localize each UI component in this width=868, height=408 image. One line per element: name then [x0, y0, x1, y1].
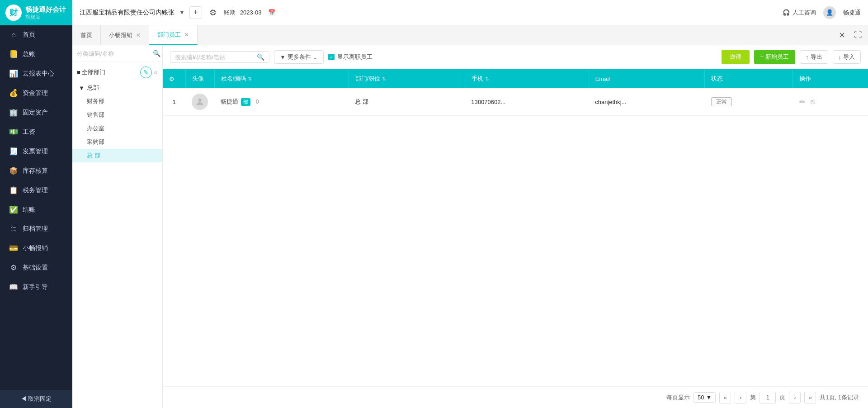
cancel-fixed-button[interactable]: ◀ 取消固定 [0, 390, 72, 408]
tab-home-label: 首页 [80, 31, 92, 39]
toolbar-right: 邀请 + 新增员工 ↑ 导出 ↓ 导入 [722, 50, 861, 64]
employee-email: chanjethkj... [595, 99, 626, 105]
dept-node-finance[interactable]: 财务部 [72, 95, 162, 108]
sidebar-item-inventory[interactable]: 📦 库存核算 [0, 161, 72, 180]
sidebar-item-guide[interactable]: 📖 新手引导 [0, 277, 72, 297]
invite-button[interactable]: 邀请 [722, 50, 750, 64]
tab-maximize-button[interactable]: ⛶ [852, 29, 864, 42]
app-name: 畅捷通好会计 [25, 5, 66, 14]
tab-bar-actions: ✕ ⛶ [835, 25, 868, 45]
right-panel: 🔍 ▼ 更多条件 ⌄ ✓ 显示离职员工 邀请 + 新增员工 ↑ 导出 [163, 45, 868, 408]
show-resigned-text: 显示离职员工 [337, 53, 373, 61]
company-name: 江西服宝精品有限责任公司内账张 [80, 9, 175, 17]
tab-dept[interactable]: 部门员工 ✕ [149, 25, 198, 45]
top-header: 江西服宝精品有限责任公司内账张 ▼ + ⚙ 账期 2023-03 📅 🎧 人工咨… [72, 0, 868, 25]
dept-expand-icon: ▼ [79, 85, 85, 91]
dept-search-icon[interactable]: 🔍 [153, 50, 160, 57]
sidebar-item-archive[interactable]: 🗂 归档管理 [0, 219, 72, 238]
avatar-icon: 👤 [826, 9, 833, 16]
import-button[interactable]: ↓ 导入 [833, 50, 861, 64]
sidebar-label-expense: 小畅报销 [23, 244, 48, 252]
sidebar-item-salary[interactable]: 💵 工资 [0, 122, 72, 142]
dept-search-input[interactable] [77, 50, 153, 57]
sidebar-item-invoice[interactable]: 🧾 发票管理 [0, 142, 72, 161]
table-wrap: ⚙ 头像 姓名/编码 ⇅ [163, 69, 868, 386]
filter-button[interactable]: ▼ 更多条件 ⌄ [274, 50, 324, 64]
sidebar-label-home: 首页 [23, 31, 35, 39]
company-dropdown-icon[interactable]: ▼ [179, 9, 185, 16]
edit-icon[interactable]: ✏ [799, 98, 805, 106]
tab-close-window-button[interactable]: ✕ [835, 29, 848, 42]
dept-node-root[interactable]: ▼ 总部 [72, 81, 162, 95]
sidebar-item-capital[interactable]: 💰 资金管理 [0, 83, 72, 103]
user-name[interactable]: 畅捷通 [843, 9, 861, 17]
tax-icon: 📋 [9, 186, 18, 195]
dept-node-purchase[interactable]: 采购部 [72, 135, 162, 149]
tab-expense-close[interactable]: ✕ [136, 32, 141, 38]
search-wrap: 🔍 [170, 51, 269, 63]
header-right: 🎧 人工咨询 👤 畅捷通 [783, 6, 861, 19]
add-dept-button[interactable]: ✎ [140, 66, 152, 78]
dept-panel: 🔍 ■ 全部部门 ✎ « ▼ 总部 财务部 销售部 [72, 45, 163, 408]
svg-point-0 [198, 99, 201, 102]
cell-status: 正常 [705, 88, 793, 116]
dept-collapse-icon[interactable]: « [154, 68, 158, 76]
col-dept[interactable]: 部门/职位 ⇅ [349, 69, 465, 88]
sidebar-item-ledger[interactable]: 📒 总账 [0, 44, 72, 64]
home-icon: ⌂ [9, 31, 18, 39]
per-page-select[interactable]: 50 ▼ [693, 392, 716, 403]
service-button[interactable]: 🎧 人工咨询 [783, 9, 816, 17]
employee-table: ⚙ 头像 姓名/编码 ⇅ [163, 69, 868, 116]
dept-node-general[interactable]: 总 部 [72, 149, 162, 162]
app-logo-icon: 财 [5, 5, 22, 21]
dept-node-sales[interactable]: 销售部 [72, 108, 162, 122]
dept-node-office[interactable]: 办公室 [72, 122, 162, 135]
tab-dept-close[interactable]: ✕ [184, 32, 189, 38]
last-page-button[interactable]: » [804, 392, 816, 403]
employee-name: 畅捷通 [221, 98, 238, 106]
all-dept-label[interactable]: ■ 全部部门 [77, 68, 105, 76]
filter-icon: ▼ [280, 54, 286, 61]
col-avatar: 头像 [185, 69, 214, 88]
col-action: 操作 [793, 69, 868, 88]
add-tab-button[interactable]: + [189, 6, 202, 19]
employee-dept: 总 部 [355, 98, 368, 105]
tab-home[interactable]: 首页 [72, 25, 101, 45]
sidebar-item-expense[interactable]: 💳 小畅报销 [0, 238, 72, 258]
cell-name: 畅捷通 部 0 [214, 88, 349, 116]
period-calendar-icon[interactable]: 📅 [268, 9, 275, 16]
add-employee-button[interactable]: + 新增员工 [754, 50, 795, 64]
tab-dept-label: 部门员工 [157, 31, 181, 39]
tab-expense[interactable]: 小畅报销 ✕ [101, 25, 149, 45]
page-prefix: 第 [750, 394, 756, 402]
next-page-button[interactable]: › [789, 392, 801, 403]
dept-badge: 部 [241, 98, 250, 106]
export-button[interactable]: ↑ 导出 [800, 50, 828, 64]
search-icon[interactable]: 🔍 [257, 53, 264, 61]
prev-page-button[interactable]: ‹ [735, 392, 746, 403]
col-name[interactable]: 姓名/编码 ⇅ [214, 69, 349, 88]
logout-icon[interactable]: ⎋ [811, 98, 815, 106]
sidebar-label-inventory: 库存核算 [23, 167, 48, 175]
sidebar-item-home[interactable]: ⌂ 首页 [0, 25, 72, 44]
sidebar-item-reports[interactable]: 📊 云报表中心 [0, 64, 72, 83]
sidebar-label-ledger: 总账 [23, 50, 35, 58]
header-settings-button[interactable]: ⚙ [207, 6, 219, 19]
show-resigned-label[interactable]: ✓ 显示离职员工 [328, 53, 373, 61]
sidebar-label-archive: 归档管理 [23, 225, 48, 233]
first-page-button[interactable]: « [719, 392, 731, 403]
col-settings: ⚙ [163, 69, 185, 88]
page-number-input[interactable] [760, 392, 776, 403]
col-phone[interactable]: 手机 ⇅ [465, 69, 589, 88]
search-input[interactable] [175, 54, 254, 61]
app-edition: 旗舰版 [25, 14, 66, 20]
sidebar-item-assets[interactable]: 🏢 固定资产 [0, 103, 72, 122]
show-resigned-checkbox[interactable]: ✓ [328, 54, 335, 60]
dept-child-label: 总 部 [87, 152, 100, 160]
sidebar-item-tax[interactable]: 📋 税务管理 [0, 180, 72, 200]
sidebar-item-closing[interactable]: ✅ 结账 [0, 200, 72, 219]
sidebar-item-settings[interactable]: ⚙ 基础设置 [0, 258, 72, 277]
sidebar-label-closing: 结账 [23, 206, 35, 214]
guide-icon: 📖 [9, 283, 18, 291]
page-label: 页 [779, 394, 785, 402]
